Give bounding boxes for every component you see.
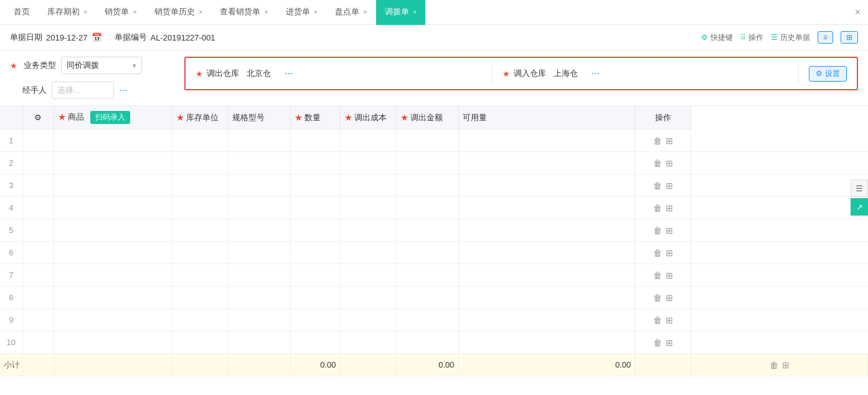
close-sales-history[interactable]: × xyxy=(199,8,202,16)
close-purchase-order[interactable]: × xyxy=(314,8,318,16)
tab-inventory-init[interactable]: 库存期初 × xyxy=(39,0,96,25)
history-btn[interactable]: ☰ 历史单据 xyxy=(771,32,810,43)
table-row: 6 🗑 ⊞ xyxy=(0,242,868,264)
tab-purchase-order[interactable]: 进货单 × xyxy=(277,0,326,25)
row-delete-icon[interactable]: 🗑 xyxy=(653,226,662,236)
close-transfer[interactable]: × xyxy=(413,8,417,16)
person-field: 选择... ··· xyxy=(52,82,127,99)
shortcuts-icon: ⚙ xyxy=(701,33,708,42)
close-inventory-init[interactable]: × xyxy=(83,8,87,16)
person-more-btn[interactable]: ··· xyxy=(119,85,127,96)
content-area: ⚙ ★ 商品 扫码录入 ★ 库存单位 xyxy=(0,106,868,395)
tab-home[interactable]: 首页 xyxy=(5,0,39,25)
calendar-icon[interactable]: 📅 xyxy=(92,32,102,42)
settings-button[interactable]: ⚙ 设置 xyxy=(809,66,847,82)
out-warehouse-more-btn[interactable]: ··· xyxy=(282,68,295,79)
person-label: 经手人 xyxy=(22,85,47,96)
table-row: 2 🗑 ⊞ xyxy=(0,152,868,174)
tab-transfer[interactable]: 调拨单 × xyxy=(376,0,425,25)
subtotal-cost: 0.00 xyxy=(396,354,458,376)
code-label: 单据编号 xyxy=(115,32,147,43)
row-copy-icon[interactable]: ⊞ xyxy=(666,158,673,168)
tab-sales-history[interactable]: 销货单历史 × xyxy=(146,0,211,25)
row-copy-icon[interactable]: ⊞ xyxy=(666,226,673,236)
row-copy-icon[interactable]: ⊞ xyxy=(666,203,673,213)
row-copy-icon[interactable]: ⊞ xyxy=(666,338,673,348)
history-icon: ☰ xyxy=(771,33,778,42)
in-warehouse-field: ★ 调入仓库 上海仓 ··· xyxy=(502,68,789,79)
tab-stocktake[interactable]: 盘点单 × xyxy=(326,0,375,25)
date-field: 单据日期 2019-12-27 📅 xyxy=(10,32,102,43)
row-number: 4 xyxy=(0,197,22,219)
layout-icon: ≡ xyxy=(823,33,828,42)
tab-sales-order[interactable]: 销货单 × xyxy=(96,0,145,25)
th-avail: 可用量 xyxy=(458,106,635,130)
row-number: 6 xyxy=(0,242,22,264)
subtotal-qty: 0.00 xyxy=(290,354,340,376)
row-delete-icon[interactable]: 🗑 xyxy=(653,315,662,325)
row-copy-icon[interactable]: ⊞ xyxy=(666,293,673,303)
in-warehouse-more-btn[interactable]: ··· xyxy=(589,68,602,79)
header-area: 单据日期 2019-12-27 📅 单据编号 AL-20191227-001 ⚙… xyxy=(0,25,868,50)
table-row: 1 🗑 ⊞ xyxy=(0,130,868,152)
th-qty: ★ 数量 xyxy=(290,106,340,130)
gear-icon: ⚙ xyxy=(816,69,823,78)
row-copy-icon[interactable]: ⊞ xyxy=(666,181,673,191)
th-op: 操作 xyxy=(635,106,691,130)
row-copy-icon[interactable]: ⊞ xyxy=(666,270,673,280)
transfer-table: ⚙ ★ 商品 扫码录入 ★ 库存单位 xyxy=(0,106,868,376)
row-delete-icon[interactable]: 🗑 xyxy=(653,293,662,303)
th-amount: ★ 调出金额 xyxy=(396,106,458,130)
warehouse-divider xyxy=(492,64,493,83)
shortcuts-btn[interactable]: ⚙ 快捷键 xyxy=(701,32,733,43)
row-delete-icon[interactable]: 🗑 xyxy=(653,158,662,168)
row-number: 7 xyxy=(0,264,22,287)
scan-entry-button[interactable]: 扫码录入 xyxy=(90,111,130,124)
th-cost: ★ 调出成本 xyxy=(340,106,396,130)
subtotal-amount: 0.00 xyxy=(458,354,635,376)
row-number: 9 xyxy=(0,309,22,331)
code-value: AL-20191227-001 xyxy=(151,33,215,42)
close-stocktake[interactable]: × xyxy=(363,8,367,16)
business-type-select[interactable]: 同价调拨 ▾ xyxy=(61,57,142,74)
tab-bar: 首页 库存期初 × 销货单 × 销货单历史 × 查看销货单 × 进货单 × 盘点… xyxy=(0,0,868,25)
table-row: 3 🗑 ⊞ xyxy=(0,174,868,197)
out-warehouse-field: ★ 调出仓库 北京仓 ··· xyxy=(196,68,482,79)
float-list-btn[interactable]: ☰ xyxy=(851,179,868,197)
in-warehouse-label: 调入仓库 xyxy=(514,68,546,79)
row-copy-icon[interactable]: ⊞ xyxy=(666,248,673,258)
th-rownumber xyxy=(0,106,22,130)
row-copy-icon[interactable]: ⊞ xyxy=(666,136,673,146)
row-delete-icon[interactable]: 🗑 xyxy=(653,181,662,191)
table-container[interactable]: ⚙ ★ 商品 扫码录入 ★ 库存单位 xyxy=(0,106,868,395)
row-delete-icon[interactable]: 🗑 xyxy=(653,203,662,213)
row-delete-icon[interactable]: 🗑 xyxy=(653,270,662,280)
subtotal-copy-icon[interactable]: ⊞ xyxy=(782,360,790,370)
grid-toggle-btn[interactable]: ⊞ xyxy=(841,31,858,44)
row-number: 1 xyxy=(0,130,22,152)
close-sales-order[interactable]: × xyxy=(133,8,136,16)
in-warehouse-value: 上海仓 xyxy=(554,68,578,79)
tab-view-sales[interactable]: 查看销货单 × xyxy=(211,0,276,25)
row-delete-icon[interactable]: 🗑 xyxy=(653,338,662,348)
main-layout: 单据日期 2019-12-27 📅 单据编号 AL-20191227-001 ⚙… xyxy=(0,25,868,395)
table-settings-icon[interactable]: ⚙ xyxy=(34,113,42,122)
subtotal-delete-icon[interactable]: 🗑 xyxy=(770,360,778,370)
layout-toggle-btn[interactable]: ≡ xyxy=(818,31,833,44)
window-close-button[interactable]: × xyxy=(855,7,861,18)
th-gear[interactable]: ⚙ xyxy=(22,106,54,130)
date-label: 单据日期 xyxy=(10,32,42,43)
settings-divider xyxy=(798,64,799,83)
row-delete-icon[interactable]: 🗑 xyxy=(653,136,662,146)
row-copy-icon[interactable]: ⊞ xyxy=(666,315,673,325)
row-number: 3 xyxy=(0,174,22,197)
date-value[interactable]: 2019-12-27 xyxy=(46,33,88,42)
th-spec: 规格型号 xyxy=(228,106,290,130)
operations-btn[interactable]: ⠿ 操作 xyxy=(740,32,763,43)
row-delete-icon[interactable]: 🗑 xyxy=(653,248,662,258)
close-view-sales[interactable]: × xyxy=(264,8,268,16)
float-expand-btn[interactable]: ↗ xyxy=(851,198,868,216)
out-warehouse-req: ★ xyxy=(196,69,203,79)
person-select[interactable]: 选择... xyxy=(52,82,114,99)
person-placeholder: 选择... xyxy=(57,85,80,96)
